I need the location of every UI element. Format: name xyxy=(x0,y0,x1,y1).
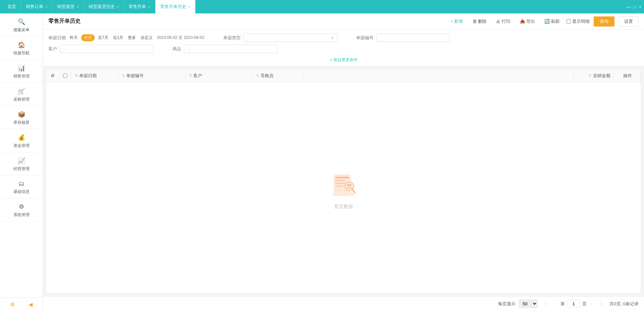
sidebar-item-system-label: 系统管理 xyxy=(13,212,30,218)
th-order-no-label: 单据编号 xyxy=(126,73,144,79)
maximize-btn[interactable]: □ xyxy=(634,4,636,9)
doc-type-select[interactable]: ∨ xyxy=(243,34,337,42)
tab-retail-open[interactable]: 零售开单 × xyxy=(124,0,155,13)
page-input[interactable] xyxy=(567,300,580,308)
tab-sales-return[interactable]: 销货退货 × xyxy=(52,0,84,13)
sidebar-item-sales[interactable]: 📊 销售管理 xyxy=(0,60,43,83)
sidebar-item-basic-label: 基础信息 xyxy=(13,189,30,195)
th-check[interactable] xyxy=(59,69,71,82)
sidebar-item-basic[interactable]: 🗂 基础信息 xyxy=(0,175,43,198)
filter-row-2: 客户 ··· 商品 ··· xyxy=(48,45,639,53)
close-btn[interactable]: × xyxy=(639,4,641,9)
prev-page-btn[interactable]: 〈 xyxy=(551,300,558,308)
th-guide-label: 导购员 xyxy=(260,73,274,79)
tab-sales-return-history[interactable]: 销货退货历史 × xyxy=(84,0,124,13)
customer-select[interactable]: ··· xyxy=(60,45,154,53)
empty-text: 暂无数据 xyxy=(334,204,353,210)
finance-icon: 💰 xyxy=(18,134,25,141)
svg-line-8 xyxy=(352,189,355,193)
page-label: 第 xyxy=(560,301,565,307)
top-nav-bar: 首页 销售订单 × 销货退货 × 销货退货历史 × 零售开单 × 零售开单历史 … xyxy=(0,0,644,13)
date-custom-btn[interactable]: 自定义 xyxy=(139,34,154,41)
goods-label: 商品 xyxy=(172,46,181,52)
th-amount-label: 实销金额 xyxy=(593,73,610,79)
add-button[interactable]: + 新增 xyxy=(448,17,465,26)
window-controls: — □ × xyxy=(627,4,641,9)
tab-sales-order-label: 销售订单 xyxy=(26,4,43,10)
customer-label: 客户 xyxy=(48,46,57,52)
tab-retail-open-history[interactable]: 零售开单历史 × xyxy=(155,0,195,13)
th-customer[interactable]: ⇅ 客户 xyxy=(186,69,253,82)
sidebar-settings-icon[interactable]: ⚙ xyxy=(10,301,15,308)
tab-sales-order[interactable]: 销售订单 × xyxy=(21,0,52,13)
filter-area: 单据日期 昨天 今天 近7天 近1月 更多 自定义 2023-06-02 至 2… xyxy=(43,30,644,66)
doc-no-input[interactable] xyxy=(376,34,450,42)
print-button[interactable]: 🖨 打印 xyxy=(493,17,513,26)
sort-amount-icon: ⇅ xyxy=(589,73,592,78)
th-amount[interactable]: ⇅ 实销金额 xyxy=(574,69,614,82)
svg-rect-2 xyxy=(335,176,349,178)
search-icon: 🔍 xyxy=(18,18,25,25)
sidebar-bottom: ⚙ ◀ xyxy=(0,298,43,311)
purchase-icon: 🛒 xyxy=(18,88,25,95)
delete-button[interactable]: 🗑 删除 xyxy=(470,17,490,26)
th-gear[interactable]: ⚙ xyxy=(46,69,59,82)
tab-sales-return-history-close[interactable]: × xyxy=(117,5,119,9)
sidebar-item-finance[interactable]: 💰 资金管理 xyxy=(0,129,43,152)
th-order-no[interactable]: ⇅ 单据编号 xyxy=(118,69,186,82)
goods-dots: ··· xyxy=(187,46,191,51)
empty-illustration xyxy=(327,166,360,200)
svg-point-10 xyxy=(349,184,351,186)
svg-rect-3 xyxy=(335,180,345,181)
goods-select[interactable]: ··· xyxy=(184,45,278,53)
tab-retail-open-close[interactable]: × xyxy=(148,5,150,9)
doc-type-label: 单据类型 xyxy=(223,35,241,41)
show-detail-checkbox[interactable] xyxy=(566,19,571,23)
sidebar-item-operation[interactable]: 📈 经营管理 xyxy=(0,152,43,175)
date-yesterday-btn[interactable]: 昨天 xyxy=(68,34,79,41)
export-button[interactable]: 📤 导出 xyxy=(517,17,538,26)
sidebar-item-quick-nav[interactable]: 🏠 快捷导航 xyxy=(0,37,43,60)
tab-retail-open-label: 零售开单 xyxy=(129,4,146,10)
date-today-btn[interactable]: 今天 xyxy=(81,34,95,41)
date-filter-field: 单据日期 昨天 今天 近7天 近1月 更多 自定义 2023-06-02 至 2… xyxy=(48,34,204,41)
stock-icon: 📦 xyxy=(18,111,25,118)
sidebar-item-system[interactable]: ⚙ 系统管理 xyxy=(0,198,43,221)
date-last1month-btn[interactable]: 近1月 xyxy=(112,34,125,41)
th-spacer xyxy=(303,69,574,82)
date-last7-btn[interactable]: 近7天 xyxy=(97,34,110,41)
select-all-checkbox[interactable] xyxy=(63,73,67,78)
refresh-button[interactable]: 🔄 刷新 xyxy=(542,17,562,26)
tab-retail-open-history-close[interactable]: × xyxy=(188,5,190,9)
sort-guide-icon: ⇅ xyxy=(256,73,259,78)
sidebar-item-purchase[interactable]: 🛒 采购管理 xyxy=(0,83,43,106)
th-ops-label: 操作 xyxy=(623,73,632,79)
tab-sales-return-close[interactable]: × xyxy=(77,5,79,9)
sidebar-item-sales-label: 销售管理 xyxy=(13,73,30,79)
page-header: 零售开单历史 + 新增 🗑 删除 🖨 打印 📤 导出 🔄 刷新 显示明细 查询 … xyxy=(43,13,644,30)
tab-sales-order-close[interactable]: × xyxy=(45,5,47,9)
settings-button[interactable]: 设置 xyxy=(618,16,639,27)
minimize-btn[interactable]: — xyxy=(627,4,631,9)
collapse-btn[interactable]: ∧ 收起更多条件 xyxy=(48,56,639,63)
show-detail-label: 显示明细 xyxy=(572,18,590,24)
first-page-btn[interactable]: 《 xyxy=(541,300,549,308)
show-detail-checkbox-label[interactable]: 显示明细 xyxy=(566,18,590,24)
last-page-btn[interactable]: 》 xyxy=(598,300,606,308)
th-guide[interactable]: ⇅ 导购员 xyxy=(253,69,303,82)
sidebar-item-stock[interactable]: 📦 库存核算 xyxy=(0,106,43,129)
total-label: 共0页, 0条记录 xyxy=(609,301,639,307)
sidebar-collapse-icon[interactable]: ◀ xyxy=(29,301,33,308)
date-range-display: 2023-06-02 至 2023-06-02 xyxy=(157,35,204,41)
query-button[interactable]: 查询 xyxy=(594,16,614,27)
date-more-btn[interactable]: 更多 xyxy=(127,34,137,41)
next-page-btn[interactable]: 〉 xyxy=(589,300,596,308)
th-date[interactable]: ⇅ 单据日期 xyxy=(71,69,118,82)
table-area: ⚙ ⇅ 单据日期 ⇅ 单据编号 ⇅ 客户 ⇅ xyxy=(46,69,641,294)
per-page-select[interactable]: 50 10 20 100 xyxy=(519,300,538,308)
tab-home[interactable]: 首页 xyxy=(3,0,21,13)
sidebar-item-purchase-label: 采购管理 xyxy=(13,97,30,102)
svg-rect-4 xyxy=(335,183,346,184)
toolbar: + 新增 🗑 删除 🖨 打印 📤 导出 🔄 刷新 显示明细 查询 设置 xyxy=(448,16,639,27)
sidebar-item-search[interactable]: 🔍 搜索采单 xyxy=(0,13,43,37)
